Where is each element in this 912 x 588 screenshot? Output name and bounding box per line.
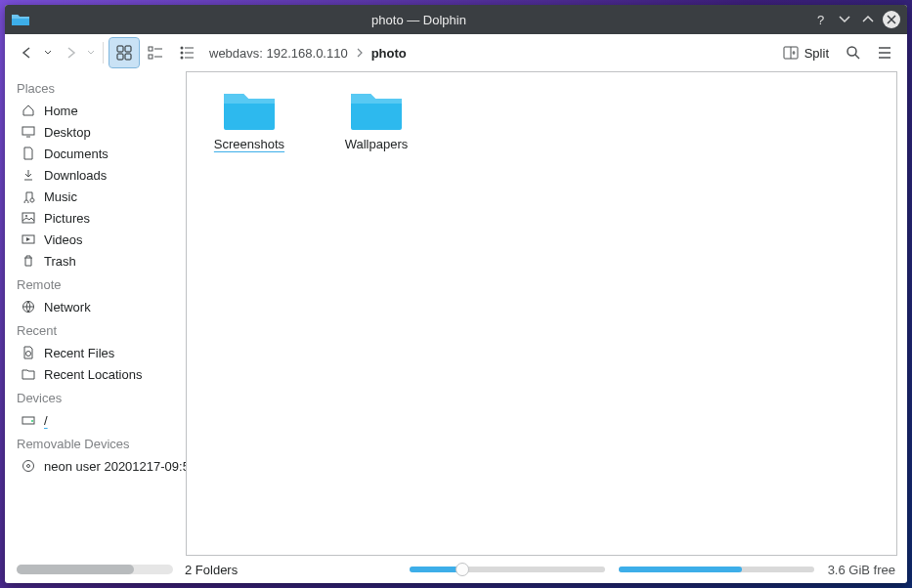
maximize-button[interactable] <box>858 10 878 29</box>
chevron-right-icon <box>356 48 364 58</box>
svg-rect-5 <box>149 47 152 51</box>
hamburger-menu-button[interactable] <box>870 38 899 67</box>
videos-icon <box>21 231 36 247</box>
toolbar: webdavs: 192.168.0.110 photo Split <box>5 34 907 71</box>
back-history-chevron-icon[interactable] <box>42 38 54 67</box>
section-places: Places <box>5 75 186 100</box>
svg-rect-6 <box>149 55 152 59</box>
sidebar-item-label: / <box>44 413 48 428</box>
split-button[interactable]: Split <box>775 38 837 67</box>
svg-point-7 <box>181 47 184 50</box>
sidebar-item-label: Music <box>44 189 77 204</box>
body: Places Home Desktop Documents Downloads … <box>5 71 907 556</box>
svg-rect-12 <box>22 127 34 135</box>
svg-point-17 <box>26 352 31 357</box>
sidebar-item-documents[interactable]: Documents <box>5 143 186 164</box>
folder-icon <box>220 84 279 133</box>
sidebar-item-network[interactable]: Network <box>5 296 186 317</box>
music-icon <box>21 189 36 204</box>
minimize-button[interactable] <box>835 10 854 29</box>
sidebar-item-videos[interactable]: Videos <box>5 229 186 250</box>
desktop-icon <box>21 124 36 140</box>
breadcrumb-current[interactable]: photo <box>371 46 407 61</box>
toolbar-separator <box>103 42 104 63</box>
sidebar-item-label: Trash <box>44 254 76 269</box>
folder-label: Screenshots <box>214 137 284 151</box>
view-compact-button[interactable] <box>141 38 170 67</box>
sidebar-item-home[interactable]: Home <box>5 100 186 121</box>
sidebar-item-label: Downloads <box>44 168 107 183</box>
titlebar: photo — Dolphin ? <box>5 5 907 34</box>
svg-point-14 <box>25 215 27 217</box>
sidebar-item-pictures[interactable]: Pictures <box>5 207 186 229</box>
sidebar-item-label: Pictures <box>44 211 90 226</box>
statusbar: 2 Folders 3.6 GiB free <box>5 556 907 583</box>
svg-rect-13 <box>22 213 34 223</box>
svg-point-21 <box>27 465 30 468</box>
downloads-icon <box>21 167 36 183</box>
status-count: 2 Folders <box>185 563 238 577</box>
sidebar-item-music[interactable]: Music <box>5 186 186 207</box>
search-button[interactable] <box>839 38 868 67</box>
section-removable: Removable Devices <box>5 431 186 455</box>
sidebar-item-removable-0[interactable]: neon user 20201217-09:5 <box>5 455 186 477</box>
sidebar-item-label: Recent Locations <box>44 367 142 382</box>
sidebar-item-recent-locations[interactable]: Recent Locations <box>5 363 186 385</box>
section-recent: Recent <box>5 317 186 342</box>
nav-forward-group <box>56 38 97 67</box>
nav-back-group <box>13 38 54 67</box>
disc-icon <box>21 458 36 474</box>
close-button[interactable] <box>882 10 901 29</box>
svg-point-8 <box>181 52 184 55</box>
sidebar-item-recent-files[interactable]: Recent Files <box>5 342 186 363</box>
sidebar-item-downloads[interactable]: Downloads <box>5 164 186 186</box>
sidebar-item-label: neon user 20201217-09:5 <box>44 459 186 474</box>
svg-point-11 <box>847 47 856 56</box>
forward-history-chevron-icon[interactable] <box>85 38 97 67</box>
section-remote: Remote <box>5 272 186 296</box>
window-title: photo — Dolphin <box>30 13 807 27</box>
split-label: Split <box>804 46 829 61</box>
folder-icon <box>347 84 406 133</box>
svg-point-9 <box>181 57 184 60</box>
trash-icon <box>21 253 36 269</box>
view-details-button[interactable] <box>172 38 201 67</box>
breadcrumb-root[interactable]: webdavs: 192.168.0.110 <box>209 46 348 61</box>
app-icon <box>11 12 30 27</box>
file-area[interactable]: Screenshots Wallpapers <box>186 71 897 556</box>
svg-rect-4 <box>125 54 131 60</box>
svg-point-19 <box>31 420 33 422</box>
folder-label: Wallpapers <box>345 137 409 151</box>
free-space-label: 3.6 GiB free <box>828 563 895 577</box>
help-button[interactable]: ? <box>811 10 831 29</box>
split-icon <box>783 45 799 61</box>
svg-point-20 <box>23 461 34 472</box>
folder-wallpapers[interactable]: Wallpapers <box>327 84 425 151</box>
documents-icon <box>21 146 36 161</box>
content: Screenshots Wallpapers <box>186 71 907 556</box>
back-button[interactable] <box>13 38 42 67</box>
sidebar: Places Home Desktop Documents Downloads … <box>5 71 186 556</box>
sidebar-item-label: Documents <box>44 147 109 161</box>
sidebar-item-label: Videos <box>44 232 83 247</box>
forward-button[interactable] <box>56 38 85 67</box>
sidebar-item-label: Desktop <box>44 125 91 140</box>
home-icon <box>21 103 36 118</box>
sidebar-scrollbar[interactable] <box>17 565 173 574</box>
network-icon <box>21 299 36 315</box>
recent-locations-icon <box>21 366 36 382</box>
svg-rect-3 <box>117 54 123 60</box>
sidebar-item-desktop[interactable]: Desktop <box>5 121 186 143</box>
svg-rect-2 <box>125 46 131 52</box>
recent-files-icon <box>21 345 36 360</box>
folder-screenshots[interactable]: Screenshots <box>200 84 298 151</box>
drive-icon <box>21 412 36 428</box>
sidebar-item-root[interactable]: / <box>5 409 186 431</box>
sidebar-item-label: Home <box>44 104 78 118</box>
view-icons-button[interactable] <box>109 38 139 67</box>
sidebar-item-trash[interactable]: Trash <box>5 250 186 272</box>
breadcrumb: webdavs: 192.168.0.110 photo <box>203 46 773 61</box>
dolphin-window: photo — Dolphin ? webdavs: 192.168.0.110… <box>5 5 907 583</box>
free-space-bar <box>619 567 814 572</box>
zoom-slider[interactable] <box>410 567 605 572</box>
